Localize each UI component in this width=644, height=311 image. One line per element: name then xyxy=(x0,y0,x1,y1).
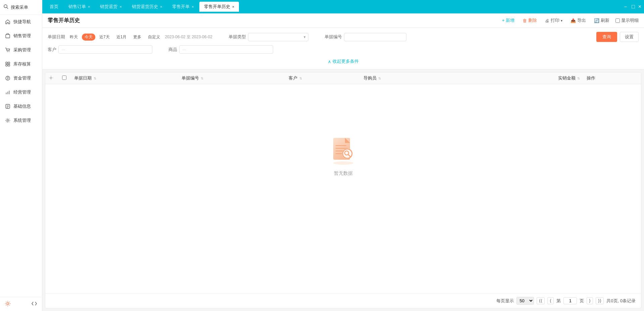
customer-filter-label: 客户 xyxy=(48,47,56,53)
number-input[interactable] xyxy=(344,33,406,41)
current-page-input[interactable] xyxy=(563,297,577,304)
query-button[interactable]: 查询 xyxy=(596,32,617,42)
week-btn[interactable]: 近7天 xyxy=(97,34,112,41)
col-spacer xyxy=(451,72,476,84)
customer-input[interactable] xyxy=(58,45,152,54)
type-select-wrap xyxy=(248,33,308,41)
home-icon xyxy=(5,19,11,25)
sales-icon xyxy=(5,33,11,39)
refresh-icon: 🔄 xyxy=(594,18,599,23)
print-icon: 🖨 xyxy=(545,18,549,23)
tab-close-icon[interactable]: × xyxy=(88,5,90,9)
goods-input[interactable] xyxy=(179,45,273,54)
add-button[interactable]: + 新增 xyxy=(500,16,516,25)
maximize-button[interactable]: □ xyxy=(632,4,635,10)
show-detail-checkbox-input[interactable] xyxy=(615,18,620,23)
type-select[interactable] xyxy=(248,33,308,41)
tab-sales-return[interactable]: 销货退货 × xyxy=(95,2,126,12)
inventory-icon xyxy=(5,61,11,67)
sidebar-item-operation[interactable]: 经营管理 xyxy=(0,85,42,99)
tab-home-label: 首页 xyxy=(50,4,58,10)
col-action: 操作 xyxy=(583,72,641,84)
svg-line-1 xyxy=(7,7,8,9)
per-page-select[interactable]: 50 10 20 100 xyxy=(516,297,534,305)
tab-retail-open[interactable]: 零售开单 × xyxy=(167,2,198,12)
print-button[interactable]: 🖨 打印 ▾ xyxy=(543,16,564,25)
sidebar-item-purchase-mgmt[interactable]: 采购管理 xyxy=(0,43,42,57)
next-page-button[interactable]: ⟩ xyxy=(587,297,593,304)
goods-filter-item: 商品 xyxy=(168,45,273,54)
data-table: 单据日期 ⇅ 单据编号 ⇅ 客户 ⇅ 导购员 ⇅ xyxy=(45,72,641,84)
page-label-pre: 第 xyxy=(556,298,561,304)
main-area: 首页 销售订单 × 销货退货 × 销货退货历史 × 零售开单 × 零售开单历史 … xyxy=(42,0,644,311)
gear-icon[interactable] xyxy=(5,301,11,308)
svg-rect-10 xyxy=(6,93,7,94)
collapse-icon[interactable] xyxy=(31,301,37,308)
sidebar-item-inventory[interactable]: 库存核算 xyxy=(0,57,42,71)
today-btn[interactable]: 今天 xyxy=(82,34,95,41)
sidebar-item-sales-mgmt[interactable]: 销售管理 xyxy=(0,29,42,43)
sidebar-item-label: 采购管理 xyxy=(13,47,31,53)
sort-icon[interactable]: ⇅ xyxy=(299,76,302,80)
sort-icon[interactable]: ⇅ xyxy=(378,76,381,80)
close-button[interactable]: × xyxy=(638,4,641,10)
chevron-up-icon: ∧ xyxy=(328,59,331,64)
prev-page-button[interactable]: ⟨ xyxy=(547,297,554,304)
tab-close-icon[interactable]: × xyxy=(160,5,162,9)
last-page-button[interactable]: ⟩⟩ xyxy=(596,297,604,304)
setting-button[interactable]: 设置 xyxy=(620,32,639,42)
more-btn[interactable]: 更多 xyxy=(131,34,144,41)
minimize-button[interactable]: － xyxy=(623,3,628,10)
sidebar-nav: 快捷导航 销售管理 采购管理 xyxy=(0,15,42,297)
month-btn[interactable]: 近1月 xyxy=(114,34,130,41)
svg-point-4 xyxy=(9,51,9,52)
sidebar-item-label: 系统管理 xyxy=(13,117,31,123)
svg-rect-11 xyxy=(7,92,8,94)
tab-close-icon[interactable]: × xyxy=(192,5,194,9)
custom-btn[interactable]: 自定义 xyxy=(145,34,163,41)
export-button[interactable]: 📤 导出 xyxy=(568,16,588,25)
sort-icon[interactable]: ⇅ xyxy=(201,76,203,80)
tab-retail-open-history-label: 零售开单历史 xyxy=(204,4,230,10)
empty-illustration xyxy=(327,133,360,166)
tab-sales-return-history[interactable]: 销货退货历史 × xyxy=(127,2,167,12)
first-page-button[interactable]: ⟨⟨ xyxy=(537,297,545,304)
tab-home[interactable]: 首页 xyxy=(45,2,63,12)
chevron-down-icon: ▾ xyxy=(561,19,562,22)
pagination-summary: 共0页, 0条记录 xyxy=(606,298,636,304)
delete-button[interactable]: 🗑 删除 xyxy=(521,16,539,25)
svg-point-20 xyxy=(333,161,353,165)
yesterday-btn[interactable]: 昨天 xyxy=(67,34,81,41)
sidebar-search[interactable]: 搜索采单 xyxy=(0,0,42,15)
select-all-checkbox[interactable] xyxy=(62,75,66,80)
sort-icon[interactable]: ⇅ xyxy=(94,76,96,80)
col-number: 单据编号 ⇅ xyxy=(178,72,286,84)
tab-sales-return-label: 销货退货 xyxy=(100,4,117,10)
tab-close-icon[interactable]: × xyxy=(119,5,121,9)
svg-point-28 xyxy=(342,148,353,159)
delete-icon: 🗑 xyxy=(523,18,527,23)
date-buttons: 昨天 今天 近7天 近1月 更多 自定义 xyxy=(67,34,163,41)
svg-point-0 xyxy=(4,5,7,8)
sidebar-item-quick-nav[interactable]: 快捷导航 xyxy=(0,15,42,29)
purchase-icon xyxy=(5,47,11,53)
collapse-button[interactable]: ∧ 收起更多条件 xyxy=(328,57,359,67)
tab-close-icon[interactable]: × xyxy=(232,5,234,9)
per-page-label: 每页显示 xyxy=(496,298,514,304)
sidebar-item-basic-info[interactable]: 基础信息 xyxy=(0,99,42,113)
refresh-button[interactable]: 🔄 刷新 xyxy=(592,16,611,25)
settings-icon[interactable] xyxy=(49,76,53,81)
customer-filter-item: 客户 xyxy=(48,45,152,54)
sort-icon[interactable]: ⇅ xyxy=(577,76,580,80)
pagination: 每页显示 50 10 20 100 ⟨⟨ ⟨ 第 页 ⟩ ⟩⟩ 共0页, 0条记… xyxy=(45,293,641,308)
sidebar-item-label: 经营管理 xyxy=(13,89,31,95)
show-detail-toggle[interactable]: 显示明细 xyxy=(615,17,639,23)
tab-retail-open-history[interactable]: 零售开单历史 × xyxy=(199,2,239,12)
sidebar-item-finance[interactable]: 资金管理 xyxy=(0,71,42,85)
filter-area: 单据日期 昨天 今天 近7天 近1月 更多 自定义 2023-06-02 至 2… xyxy=(42,28,644,69)
system-icon xyxy=(5,117,11,123)
export-icon: 📤 xyxy=(571,18,576,23)
tab-sales-order[interactable]: 销售订单 × xyxy=(64,2,95,12)
sidebar-item-sys-mgmt[interactable]: 系统管理 xyxy=(0,113,42,127)
empty-text: 暂无数据 xyxy=(334,170,353,176)
